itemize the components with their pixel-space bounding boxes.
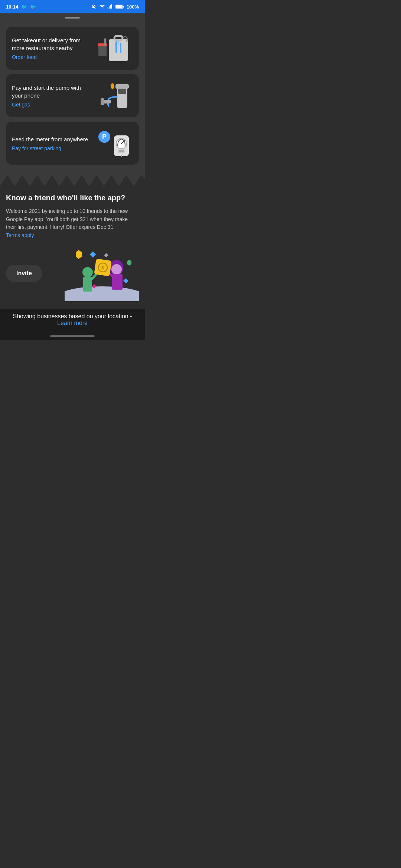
invite-illustration: $	[65, 246, 139, 301]
parking-illustration: P	[98, 129, 131, 157]
svg-marker-43	[76, 250, 82, 259]
parking-card-title: Feed the meter from anywhere	[12, 135, 93, 143]
drag-handle-area	[0, 13, 145, 21]
invite-section: Know a friend who'll like the app? Welco…	[0, 186, 145, 309]
parking-card-link[interactable]: Pay for street parking	[12, 145, 93, 151]
svg-point-37	[111, 264, 122, 274]
svg-rect-1	[109, 6, 110, 9]
food-illustration	[98, 34, 131, 62]
location-text: Showing businesses based on your locatio…	[13, 313, 132, 326]
svg-rect-48	[123, 278, 128, 283]
svg-rect-0	[107, 7, 108, 9]
bottom-static-text: Showing businesses based on your locatio…	[13, 313, 132, 319]
terms-apply-link[interactable]: Terms apply	[6, 232, 34, 238]
parking-card-image: P	[96, 128, 133, 158]
battery-percent: 100%	[127, 4, 139, 10]
invite-heading: Know a friend who'll like the app?	[6, 194, 139, 202]
svg-marker-31	[0, 175, 145, 186]
svg-rect-8	[98, 45, 107, 56]
food-card-text: Get takeout or delivery from more restau…	[12, 36, 96, 60]
svg-rect-3	[111, 4, 112, 9]
svg-point-33	[82, 267, 93, 277]
svg-rect-38	[112, 274, 123, 290]
svg-rect-16	[116, 41, 117, 45]
parking-card[interactable]: Feed the meter from anywhere Pay for str…	[6, 122, 139, 165]
invite-bottom-row: Invite	[6, 246, 139, 301]
battery-icon	[115, 4, 124, 9]
svg-rect-12	[114, 36, 123, 40]
people-svg: $	[65, 246, 139, 301]
learn-more-link[interactable]: Learn more	[57, 320, 88, 326]
svg-text:P: P	[102, 133, 107, 141]
zigzag-separator	[0, 175, 145, 186]
wifi-icon	[99, 4, 105, 10]
home-indicator-area	[0, 332, 145, 340]
svg-rect-2	[110, 5, 111, 9]
cards-section: Get takeout or delivery from more restau…	[0, 21, 145, 175]
gas-card-title: Pay and start the pump with your phone	[12, 84, 93, 99]
food-card[interactable]: Get takeout or delivery from more restau…	[6, 27, 139, 70]
svg-rect-45	[104, 253, 108, 257]
svg-rect-29	[119, 150, 124, 152]
svg-rect-34	[83, 277, 92, 292]
svg-rect-15	[115, 41, 115, 45]
status-left: 10:14 🐦 🐦	[6, 4, 36, 10]
parking-card-text: Feed the meter from anywhere Pay for str…	[12, 135, 96, 151]
status-right: 100%	[91, 4, 139, 10]
food-card-link[interactable]: Order food	[12, 54, 93, 60]
svg-point-32	[65, 286, 139, 301]
gas-illustration	[98, 82, 131, 110]
svg-rect-10	[104, 38, 106, 46]
svg-text:$: $	[101, 265, 104, 270]
svg-rect-7	[123, 6, 124, 7]
svg-rect-9	[98, 43, 107, 46]
svg-rect-17	[118, 41, 118, 45]
time-display: 10:14	[6, 4, 18, 10]
drag-handle-bar	[65, 17, 80, 19]
gas-card-image	[96, 81, 133, 111]
gas-card-link[interactable]: Get gas	[12, 102, 93, 108]
gas-card[interactable]: Pay and start the pump with your phone G…	[6, 74, 139, 117]
invite-button[interactable]: Invite	[6, 265, 42, 282]
status-bar: 10:14 🐦 🐦 100%	[0, 0, 145, 13]
invite-description: Welcome 2021 by inviting up to 10 friend…	[6, 207, 139, 240]
notification-muted-icon	[91, 4, 97, 10]
twitter-icon-2: 🐦	[30, 4, 36, 10]
home-indicator-bar	[50, 335, 95, 337]
gas-card-text: Pay and start the pump with your phone G…	[12, 84, 96, 108]
food-card-image	[96, 33, 133, 63]
invite-description-text: Welcome 2021 by inviting up to 10 friend…	[6, 208, 128, 230]
zigzag-svg	[0, 175, 145, 186]
bottom-bar: Showing businesses based on your locatio…	[0, 309, 145, 332]
svg-rect-30	[121, 155, 122, 157]
svg-rect-6	[116, 5, 123, 9]
svg-rect-22	[101, 98, 104, 105]
signal-icon	[107, 4, 113, 10]
svg-rect-20	[115, 84, 129, 89]
food-card-title: Get takeout or delivery from more restau…	[12, 36, 93, 52]
twitter-icon-1: 🐦	[21, 4, 27, 10]
svg-line-35	[92, 274, 97, 279]
svg-marker-46	[127, 260, 131, 266]
svg-rect-44	[90, 251, 96, 257]
svg-rect-14	[120, 43, 121, 53]
